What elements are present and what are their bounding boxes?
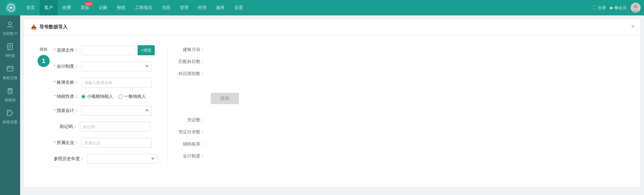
history-year-select[interactable] [87, 154, 157, 164]
info-section: 建账月份： 匹配科目数： 科目期初数： 建账 [178, 45, 272, 164]
svg-point-13 [8, 112, 9, 113]
company-row: 所属企业： [54, 138, 157, 148]
all-clients-label: 全部客户 [3, 31, 17, 36]
nav-right: ⛶ 全屏 ▶ 畅会员 [593, 3, 641, 13]
sidebar-item-declaration[interactable]: 0申报 [1, 40, 19, 61]
nav-bookkeeping[interactable]: 记账 [94, 0, 112, 15]
nav-items: 首页 客户 收费 票据 new 记账 报税 工商项目 消息 管理 经营 服务 设… [21, 0, 593, 15]
tag-icon [6, 109, 14, 118]
svg-rect-10 [8, 89, 12, 94]
panel-header: 📥 导爷数据导入 [24, 19, 640, 35]
left-section: 建账 1 选择文件： +浏览 会计制度： [38, 45, 157, 164]
file-input[interactable] [81, 45, 135, 55]
avatar[interactable] [631, 3, 641, 13]
nav-home[interactable]: 首页 [21, 0, 40, 15]
ledger-name-row: 账簿名称： [54, 77, 157, 87]
memo-input[interactable] [80, 122, 150, 132]
fullscreen-btn[interactable]: ⛶ 全屏 [593, 5, 606, 11]
nav-tax[interactable]: 报税 [112, 0, 130, 15]
step-indicator: 建账 1 [38, 47, 50, 67]
nav-admin[interactable]: 管理 [175, 0, 193, 15]
accountant-select[interactable] [81, 106, 152, 116]
step-label-text: 建账 [40, 47, 48, 52]
tax-type-row: 纳税性质： 小规模纳税人 一般纳税人 [54, 93, 157, 100]
match-subject-row: 匹配科目数： [178, 59, 272, 65]
voucher-entries-label: 凭证分录数： [178, 129, 205, 135]
svg-rect-3 [8, 44, 12, 50]
svg-rect-7 [7, 66, 13, 71]
voucher-count-row: 凭证数： [178, 117, 272, 123]
panel-title: 导爷数据导入 [39, 24, 67, 30]
svg-point-2 [9, 22, 12, 25]
tag-label: 标签设置 [3, 120, 17, 125]
history-year-row: 参照历史年度： [54, 154, 157, 164]
history-year-label: 参照历史年度： [54, 156, 84, 162]
top-nav: 首页 客户 收费 票据 new 记账 报税 工商项目 消息 管理 经营 服务 设… [0, 0, 644, 15]
sidebar-item-tag[interactable]: 标签设置 [1, 107, 19, 127]
sidebar: 全部客户 0申报 账套迁移 [0, 15, 20, 195]
nav-finance[interactable]: 经营 [193, 0, 211, 15]
sidebar-item-recycle[interactable]: 回收站 [1, 84, 19, 105]
accountant-row: 指派会计： [54, 106, 157, 116]
form-section: 选择文件： +浏览 会计制度： 账簿 [54, 45, 157, 164]
company-input[interactable] [81, 138, 152, 148]
subject-initial-row: 科目期初数： [178, 71, 272, 77]
nav-service[interactable]: 服务 [211, 0, 230, 15]
nav-settings[interactable]: 设置 [230, 0, 248, 15]
main-layout: 全部客户 0申报 账套迁移 [0, 15, 644, 195]
info-accounting-label: 会计制度： [178, 153, 205, 159]
nav-invoice[interactable]: 票据 new [76, 0, 94, 15]
create-btn[interactable]: 建账 [211, 93, 239, 104]
step-badge: 1 [38, 55, 50, 67]
nav-customer[interactable]: 客户 [40, 0, 58, 15]
new-badge: new [85, 2, 93, 6]
nav-billing[interactable]: 收费 [58, 0, 76, 15]
accounting-system-select[interactable] [81, 61, 152, 71]
recycle-icon [6, 87, 14, 96]
info-accounting-row: 会计制度： [178, 153, 272, 159]
recycle-label: 回收站 [5, 97, 16, 103]
accounting-system-label: 会计制度： [54, 63, 79, 69]
fullscreen-icon: ⛶ [593, 5, 597, 10]
tax-general-radio[interactable]: 一般纳税人 [118, 93, 146, 100]
panel-close-btn[interactable]: × [631, 23, 635, 29]
nav-biz[interactable]: 工商项目 [130, 0, 157, 15]
aux-label: 辅助核算： [178, 141, 205, 147]
month-row: 建账月份： [178, 47, 272, 53]
declaration-icon [6, 43, 14, 52]
sidebar-item-migration[interactable]: 账套迁移 [1, 62, 19, 83]
month-label: 建账月份： [178, 47, 205, 53]
migration-label: 账套迁移 [3, 75, 17, 80]
tax-small-radio[interactable]: 小规模纳税人 [81, 93, 113, 100]
app-logo[interactable] [3, 0, 19, 15]
logo-icon [6, 2, 16, 13]
accountant-label: 指派会计： [54, 108, 79, 114]
match-subject-label: 匹配科目数： [178, 59, 205, 65]
browse-btn[interactable]: +浏览 [138, 45, 155, 55]
tax-type-label: 纳税性质： [54, 93, 79, 100]
file-label: 选择文件： [54, 47, 79, 53]
memo-row: 助记码： [54, 122, 157, 132]
svg-point-1 [634, 4, 638, 8]
panel: 📥 导爷数据导入 × 建账 1 选择文件： [24, 19, 640, 187]
aux-row: 辅助核算： [178, 141, 272, 147]
vertical-divider [167, 45, 168, 164]
panel-title-icon: 📥 [31, 24, 37, 30]
panel-content: 建账 1 选择文件： +浏览 会计制度： [24, 35, 640, 174]
company-label: 所属企业： [54, 140, 79, 146]
voucher-entries-row: 凭证分录数： [178, 129, 272, 135]
ledger-name-input[interactable] [81, 77, 152, 87]
tax-type-radio-group: 小规模纳税人 一般纳税人 [81, 93, 146, 100]
content-area: 📥 导爷数据导入 × 建账 1 选择文件： [20, 15, 644, 195]
sidebar-item-all-clients[interactable]: 全部客户 [1, 18, 19, 39]
vip-icon: ▶ [610, 5, 613, 10]
memo-label: 助记码： [54, 124, 77, 130]
vip-btn[interactable]: ▶ 畅会员 [610, 5, 627, 11]
nav-message[interactable]: 消息 [157, 0, 175, 15]
all-clients-icon [6, 21, 14, 30]
voucher-count-label: 凭证数： [178, 117, 205, 123]
ledger-name-label: 账簿名称： [54, 79, 79, 85]
accounting-system-row: 会计制度： [54, 61, 157, 71]
migration-icon [6, 65, 14, 74]
file-row: 选择文件： +浏览 [54, 45, 157, 55]
